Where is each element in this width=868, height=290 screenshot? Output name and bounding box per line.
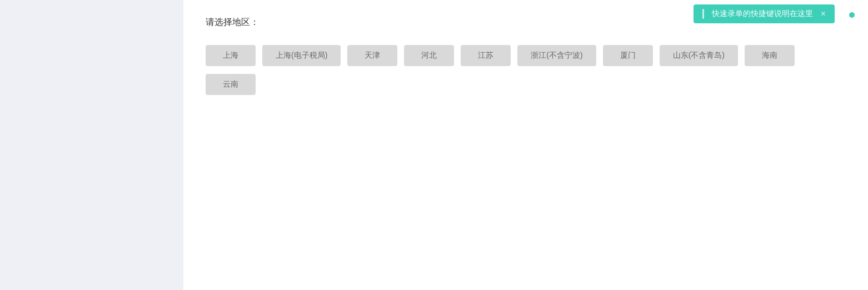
tooltip-close-button[interactable]: ×: [821, 9, 826, 19]
tooltip-dot: [849, 12, 855, 18]
sidebar: [0, 0, 183, 290]
region-btn-hainan[interactable]: 海南: [745, 45, 795, 66]
region-btn-xiamen[interactable]: 厦门: [603, 45, 653, 66]
region-btn-shandong[interactable]: 山东(不含青岛): [660, 45, 738, 66]
tooltip-text: 快速录单的快捷键说明在这里: [712, 9, 813, 19]
region-btn-jiangsu[interactable]: 江苏: [461, 45, 511, 66]
main-content: 请选择地区： 上海上海(电子税局)天津河北江苏浙江(不含宁波)厦门山东(不含青岛…: [183, 0, 868, 290]
region-btn-yunnan[interactable]: 云南: [206, 74, 256, 95]
region-btn-hebei[interactable]: 河北: [404, 45, 454, 66]
region-btn-shanghai-etax[interactable]: 上海(电子税局): [262, 45, 341, 66]
tooltip-bubble: 快速录单的快捷键说明在这里 ×: [694, 4, 835, 23]
region-btn-zhejiang[interactable]: 浙江(不含宁波): [517, 45, 596, 66]
region-btn-tianjin[interactable]: 天津: [347, 45, 397, 66]
region-buttons-container: 上海上海(电子税局)天津河北江苏浙江(不含宁波)厦门山东(不含青岛)海南云南: [206, 45, 846, 95]
region-btn-shanghai[interactable]: 上海: [206, 45, 256, 66]
